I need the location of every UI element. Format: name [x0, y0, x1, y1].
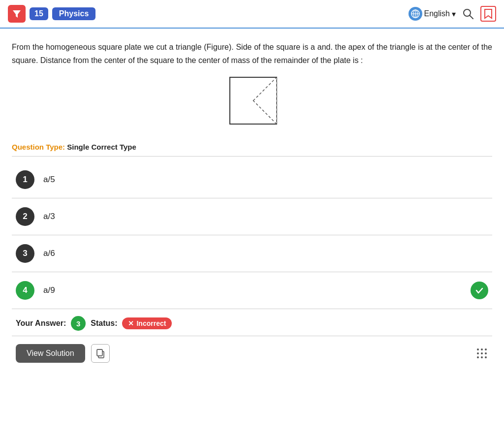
figure-svg — [225, 75, 279, 129]
language-text: English — [424, 9, 450, 18]
question-number-badge: 15 — [30, 7, 48, 20]
your-answer-value: 3 — [76, 319, 80, 328]
option-row-2[interactable]: 2 a/3 — [12, 198, 492, 235]
grid-button[interactable] — [475, 347, 488, 360]
option-circle-3: 3 — [16, 244, 34, 263]
svg-point-17 — [477, 356, 479, 358]
svg-point-14 — [477, 352, 479, 354]
bookmark-button[interactable] — [480, 6, 496, 22]
question-type-value: Single Correct Type — [67, 143, 136, 151]
option-text-1: a/5 — [43, 175, 55, 185]
header: 15 Physics English ▾ — [0, 0, 504, 29]
subject-label: Physics — [52, 7, 95, 20]
search-button[interactable] — [463, 8, 473, 19]
status-x-icon: ✕ — [128, 319, 134, 327]
language-selector[interactable]: English ▾ — [409, 7, 456, 21]
copy-button[interactable] — [91, 344, 110, 363]
bottom-left: View Solution — [16, 344, 110, 363]
main-content: From the homogeneous square plate we cut… — [0, 29, 504, 375]
option-number-2: 2 — [23, 212, 27, 221]
filter-button[interactable] — [8, 5, 26, 23]
options-list: 1 a/5 2 a/3 3 a/6 4 a/9 — [12, 161, 492, 309]
answer-row: Your Answer: 3 Status: ✕ Incorrect — [12, 309, 492, 336]
question-text: From the homogeneous square plate we cut… — [12, 40, 492, 67]
header-right: English ▾ — [409, 6, 496, 22]
option-text-3: a/6 — [43, 249, 55, 258]
language-dropdown-arrow: ▾ — [452, 9, 456, 19]
option-circle-2: 2 — [16, 207, 34, 226]
option-circle-1: 1 — [16, 170, 34, 189]
option-row-4[interactable]: 4 a/9 — [12, 272, 492, 309]
view-solution-button[interactable]: View Solution — [16, 344, 85, 363]
option-number-1: 1 — [23, 175, 27, 185]
svg-line-6 — [470, 16, 473, 19]
svg-marker-8 — [253, 77, 277, 124]
status-label: Status: — [91, 319, 117, 328]
svg-point-15 — [481, 352, 483, 354]
svg-point-11 — [477, 348, 479, 350]
option-row-1[interactable]: 1 a/5 — [12, 161, 492, 198]
svg-rect-10 — [97, 349, 102, 356]
your-answer-badge: 3 — [71, 316, 86, 331]
option-number-4: 4 — [23, 285, 27, 295]
option-number-3: 3 — [23, 249, 27, 258]
option-text-2: a/3 — [43, 212, 55, 221]
svg-point-16 — [485, 352, 487, 354]
bottom-row: View Solution — [12, 336, 492, 367]
svg-point-13 — [485, 348, 487, 350]
question-type-label: Question Type: — [12, 143, 65, 151]
question-type-row: Question Type: Single Correct Type — [12, 143, 492, 157]
svg-point-19 — [485, 356, 487, 358]
header-left: 15 Physics — [8, 5, 95, 23]
option-text-4: a/9 — [43, 285, 55, 295]
globe-icon — [409, 7, 422, 21]
svg-point-18 — [481, 356, 483, 358]
svg-marker-0 — [13, 10, 21, 18]
your-answer-label: Your Answer: — [16, 319, 66, 328]
status-text: Incorrect — [136, 319, 166, 327]
option-circle-4: 4 — [16, 281, 34, 300]
option-row-3[interactable]: 3 a/6 — [12, 235, 492, 272]
status-badge: ✕ Incorrect — [122, 317, 172, 329]
figure-container — [12, 75, 492, 129]
svg-point-12 — [481, 348, 483, 350]
correct-checkmark — [471, 282, 488, 299]
